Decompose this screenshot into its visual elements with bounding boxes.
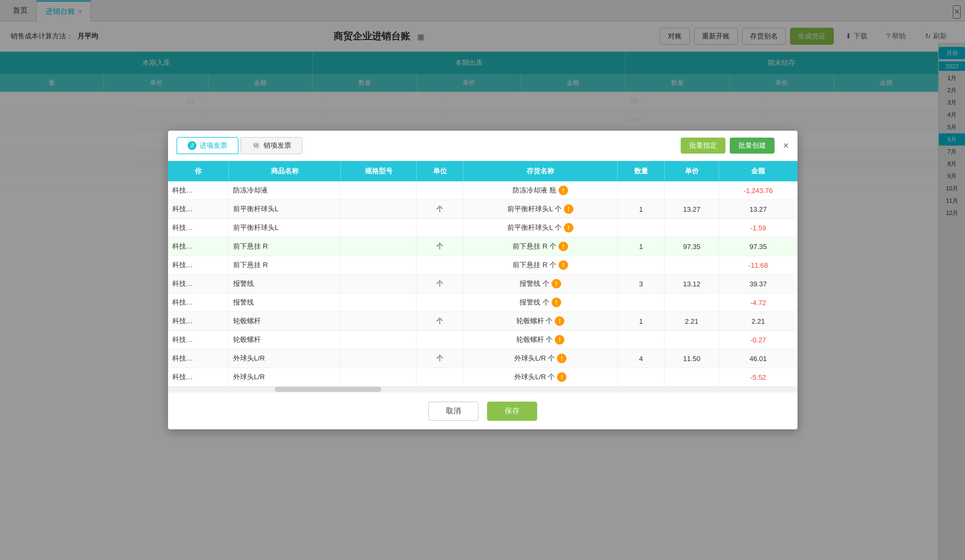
table-cell: 科技… [168, 368, 229, 387]
table-row: 科技…报警线报警线 个!-4.72 [168, 293, 797, 312]
table-cell: 个 [417, 312, 464, 331]
table-cell[interactable]: 轮毂螺杆 个! [464, 331, 618, 349]
table-cell[interactable]: 报警线 个! [464, 293, 618, 312]
table-cell [341, 312, 417, 331]
table-cell [341, 368, 417, 387]
dialog-close-button[interactable]: × [783, 140, 789, 151]
table-cell: 13.27 [719, 200, 797, 219]
table-cell[interactable]: 前下悬挂 R 个! [464, 237, 618, 256]
table-cell: 外球头L/R [229, 349, 341, 368]
table-cell: 39.37 [719, 275, 797, 293]
warning-icon[interactable]: ! [559, 260, 568, 270]
table-cell [341, 200, 417, 219]
col-header-amount: 金额 [719, 161, 797, 181]
table-row: 科技…轮毂螺杆个轮毂螺杆 个!12.212.21 [168, 312, 797, 331]
table-cell[interactable]: 外球头L/R 个! [464, 368, 618, 387]
table-cell [341, 219, 417, 237]
dialog-header-actions: 批量指定 批量创建 [681, 138, 775, 154]
dialog-footer: 取消 保存 [168, 393, 797, 429]
warning-icon[interactable]: ! [564, 223, 573, 233]
table-cell: 前平衡杆球头L [229, 219, 341, 237]
table-cell: 13.27 [665, 200, 719, 219]
table-cell [417, 256, 464, 275]
table-cell[interactable]: 前平衡杆球头L 个! [464, 219, 618, 237]
table-cell: 1 [617, 312, 664, 331]
table-row: 科技…外球头L/R外球头L/R 个!-5.52 [168, 368, 797, 387]
col-header-spec: 规格型号 [341, 161, 417, 181]
warning-icon[interactable]: ! [557, 354, 567, 363]
table-cell: 4 [617, 349, 664, 368]
warning-icon[interactable]: ! [559, 186, 568, 195]
table-cell: -4.72 [719, 293, 797, 312]
table-cell [665, 368, 719, 387]
table-cell: -1,243.76 [719, 181, 797, 200]
table-cell[interactable]: 外球头L/R 个! [464, 349, 618, 368]
dialog-overlay: 进 进项发票 销 销项发票 批量指定 批量创建 × [0, 0, 965, 560]
table-cell[interactable]: 报警线 个! [464, 275, 618, 293]
table-cell: 科技… [168, 312, 229, 331]
horizontal-scrollbar[interactable] [168, 387, 797, 392]
table-cell: 科技… [168, 200, 229, 219]
table-cell [341, 256, 417, 275]
col-header-qty: 数量 [617, 161, 664, 181]
table-cell: 报警线 [229, 275, 341, 293]
col-header-inventory-name: 存货名称 [464, 161, 618, 181]
tab-out-icon: 销 [252, 141, 260, 150]
table-row: 科技…前下悬挂 R个前下悬挂 R 个!197.3597.35 [168, 237, 797, 256]
table-cell [665, 293, 719, 312]
dialog-header: 进 进项发票 销 销项发票 批量指定 批量创建 × [168, 131, 797, 161]
col-header-company: 你 [168, 161, 229, 181]
table-row: 科技…报警线个报警线 个!313.1239.37 [168, 275, 797, 293]
warning-icon[interactable]: ! [559, 242, 568, 251]
table-cell[interactable]: 轮毂螺杆 个! [464, 312, 618, 331]
table-cell: 科技… [168, 293, 229, 312]
table-cell: 2.21 [665, 312, 719, 331]
table-cell [665, 331, 719, 349]
table-cell [665, 219, 719, 237]
table-cell: 防冻冷却液 [229, 181, 341, 200]
warning-icon[interactable]: ! [552, 298, 561, 307]
tab-in-icon: 进 [188, 141, 196, 150]
tab-in-label: 进项发票 [200, 141, 227, 150]
warning-icon[interactable]: ! [557, 372, 567, 382]
table-cell: 科技… [168, 219, 229, 237]
table-cell: 前平衡杆球头L [229, 200, 341, 219]
table-cell [341, 237, 417, 256]
table-cell [617, 293, 664, 312]
table-cell[interactable]: 防冻冷却液 瓶! [464, 181, 618, 200]
table-cell: 科技… [168, 349, 229, 368]
tab-out-invoice[interactable]: 销 销项发票 [241, 137, 302, 154]
table-cell [617, 256, 664, 275]
table-cell [341, 181, 417, 200]
warning-icon[interactable]: ! [552, 279, 561, 289]
table-row: 科技…前平衡杆球头L前平衡杆球头L 个!-1.59 [168, 219, 797, 237]
table-cell [665, 181, 719, 200]
scroll-thumb[interactable] [275, 387, 381, 392]
table-cell[interactable]: 前下悬挂 R 个! [464, 256, 618, 275]
save-button[interactable]: 保存 [487, 402, 537, 421]
table-cell: 个 [417, 275, 464, 293]
table-cell [341, 275, 417, 293]
col-header-product-name: 商品名称 [229, 161, 341, 181]
table-cell: 前下悬挂 R [229, 237, 341, 256]
table-cell: 报警线 [229, 293, 341, 312]
table-cell[interactable]: 前平衡杆球头L 个! [464, 200, 618, 219]
invoice-table: 你 商品名称 规格型号 单位 存货名称 数量 单价 金额 科技…防冻冷却液防冻冷… [168, 161, 797, 387]
table-cell: -11.68 [719, 256, 797, 275]
batch-create-button[interactable]: 批量创建 [730, 138, 775, 154]
table-cell: 97.35 [665, 237, 719, 256]
table-cell: 科技… [168, 331, 229, 349]
table-cell [417, 181, 464, 200]
warning-icon[interactable]: ! [564, 204, 573, 214]
batch-assign-button[interactable]: 批量指定 [681, 138, 725, 154]
table-cell: 轮毂螺杆 [229, 312, 341, 331]
cancel-button[interactable]: 取消 [428, 402, 478, 421]
table-cell: 11.50 [665, 349, 719, 368]
tab-in-invoice[interactable]: 进 进项发票 [177, 137, 238, 154]
table-cell: 个 [417, 349, 464, 368]
warning-icon[interactable]: ! [555, 335, 564, 345]
table-row: 科技…前下悬挂 R前下悬挂 R 个!-11.68 [168, 256, 797, 275]
table-cell: 46.01 [719, 349, 797, 368]
warning-icon[interactable]: ! [555, 316, 564, 326]
table-cell: -1.59 [719, 219, 797, 237]
